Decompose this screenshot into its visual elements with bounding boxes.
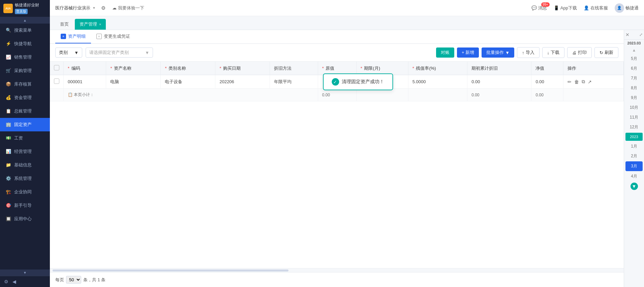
category-filter[interactable]: 类别 ▼ bbox=[55, 47, 82, 58]
online-service-button[interactable]: 👤 在线客服 bbox=[584, 5, 608, 11]
timeline-month-4[interactable]: 4月 bbox=[624, 171, 644, 181]
sidebar-item-finance[interactable]: 💰 资金管理 bbox=[0, 91, 50, 104]
content-area: ≡ 资产明细 ≡ 变更生成凭证 类别 ▼ 请选择固定资产类别 ▼ bbox=[50, 30, 624, 287]
header-category: * 类别名称 bbox=[161, 62, 215, 75]
select-all-checkbox[interactable] bbox=[54, 65, 59, 70]
ops-icon: 📊 bbox=[5, 149, 11, 155]
import-button[interactable]: ↑ 导入 bbox=[517, 47, 540, 58]
import-icon: ↑ bbox=[522, 50, 524, 55]
company-selector[interactable]: 医疗器械行业演示 ▼ bbox=[55, 5, 96, 11]
header-operations: 操作 bbox=[563, 62, 623, 75]
sidebar-item-fixed-assets[interactable]: 🏢 固定资产 bbox=[0, 118, 50, 131]
sidebar-item-basic-info[interactable]: 📁 基础信息 bbox=[0, 158, 50, 172]
right-panel-expand-button[interactable]: ⤢ bbox=[639, 32, 643, 37]
add-button[interactable]: + 新增 bbox=[457, 47, 479, 58]
timeline-scroll-down[interactable]: ▼ bbox=[629, 181, 639, 191]
collapse-icon[interactable]: ◀ bbox=[12, 279, 16, 284]
more-icon[interactable]: ↗ bbox=[588, 79, 592, 85]
refresh-button[interactable]: ↻ 刷新 bbox=[594, 47, 618, 58]
timeline-month-1[interactable]: 1月 bbox=[624, 141, 644, 151]
inner-tab-change-voucher[interactable]: ≡ 变更生成凭证 bbox=[91, 30, 135, 43]
settings-icon[interactable]: ⚙ bbox=[4, 279, 8, 284]
timeline-month-2[interactable]: 2月 bbox=[624, 151, 644, 161]
sidebar-item-label: 固定资产 bbox=[14, 122, 32, 128]
notifications-button[interactable]: 💬 消息 99+ bbox=[531, 5, 547, 11]
row-category: 电子设备 bbox=[161, 75, 215, 89]
timeline-year-2023[interactable]: 2023 bbox=[625, 133, 643, 141]
print-button[interactable]: 🖨 打印 bbox=[567, 47, 592, 58]
tab-asset-management[interactable]: 资产管理 × bbox=[75, 19, 106, 30]
sidebar-scroll-down[interactable]: ▼ bbox=[0, 269, 50, 276]
sidebar-item-guide[interactable]: 🎯 新手引导 bbox=[0, 199, 50, 212]
table-header-row: * 编码 * 资产名称 * 类别名称 bbox=[50, 62, 624, 75]
timeline-scroll-up[interactable]: ▲ bbox=[631, 46, 638, 54]
sidebar-item-system[interactable]: ⚙️ 系统管理 bbox=[0, 172, 50, 185]
batch-operations-button[interactable]: 批量操作 ▼ bbox=[482, 47, 514, 58]
filter-input-arrow: ▼ bbox=[145, 50, 149, 55]
sidebar-item-quick-nav[interactable]: ⚡ 快捷导航 bbox=[0, 37, 50, 51]
row-checkbox[interactable] bbox=[54, 78, 59, 84]
timeline-month-10[interactable]: 10月 bbox=[624, 103, 644, 113]
toolbar-right: 对账 + 新增 批量操作 ▼ ↑ 导入 ↓ 下载 🖨 bbox=[436, 47, 618, 58]
subtotal-accumulated: 0.00 bbox=[467, 89, 531, 101]
sidebar-item-enterprise[interactable]: 🏗️ 企业协同 bbox=[0, 185, 50, 199]
horizontal-scrollbar[interactable] bbox=[50, 268, 624, 272]
sidebar-item-purchase[interactable]: 🛒 采购管理 bbox=[0, 64, 50, 77]
right-panel-year: 2023.03 bbox=[627, 40, 641, 46]
right-panel-close-button[interactable]: ✕ bbox=[625, 32, 630, 37]
scrollbar-thumb[interactable] bbox=[53, 269, 288, 272]
right-panel: ✕ ⤢ 2023.03 ▲ 5月 6月 7月 8月 9月 10月 11月 12月… bbox=[624, 30, 644, 287]
sidebar-item-app-center[interactable]: 🔲 应用中心 bbox=[0, 212, 50, 226]
app-center-icon: 🔲 bbox=[5, 216, 11, 222]
timeline-month-7[interactable]: 7月 bbox=[624, 73, 644, 83]
row-accumulated-depreciation: 0.00 bbox=[467, 75, 531, 89]
sidebar-item-sales[interactable]: 📈 销售管理 bbox=[0, 51, 50, 64]
reconcile-button[interactable]: 对账 bbox=[436, 47, 454, 58]
sidebar-item-ledger[interactable]: 📋 总账管理 bbox=[0, 104, 50, 118]
toolbar: 类别 ▼ 请选择固定资产类别 ▼ 对账 + 新增 批量操作 ▼ ↑ bbox=[50, 44, 624, 62]
row-depreciation-method: 年限平均 bbox=[270, 75, 318, 89]
app-download-button[interactable]: 📱 App下载 bbox=[554, 5, 577, 11]
copy-icon[interactable]: ⧉ bbox=[582, 79, 585, 85]
delete-icon[interactable]: 🗑 bbox=[574, 79, 579, 85]
timeline-down-circle[interactable]: ▼ bbox=[631, 183, 638, 190]
success-check-icon: ✓ bbox=[332, 78, 339, 86]
timeline-month-6[interactable]: 6月 bbox=[624, 64, 644, 73]
download-button[interactable]: ↓ 下载 bbox=[542, 47, 565, 58]
guide-icon: 🎯 bbox=[5, 202, 11, 209]
per-page-select[interactable]: 50 bbox=[66, 276, 81, 284]
inner-tab-asset-detail[interactable]: ≡ 资产明细 bbox=[55, 30, 91, 43]
category-input[interactable]: 请选择固定资产类别 ▼ bbox=[86, 47, 153, 58]
fixed-assets-icon: 🏢 bbox=[5, 122, 11, 128]
inventory-icon: 📦 bbox=[5, 81, 11, 87]
user-menu[interactable]: 👤 畅捷通 bbox=[615, 3, 639, 13]
purchase-icon: 🛒 bbox=[5, 68, 11, 74]
sidebar-item-ops[interactable]: 📊 经营管理 bbox=[0, 145, 50, 158]
timeline-month-3[interactable]: 3月 bbox=[625, 161, 643, 171]
row-residual-rate: 5.0000 bbox=[408, 75, 467, 89]
refresh-icon: ↻ bbox=[600, 50, 603, 55]
tab-close-button[interactable]: × bbox=[99, 22, 101, 26]
sidebar-item-inventory[interactable]: 📦 库存核算 bbox=[0, 77, 50, 91]
timeline-month-5[interactable]: 5月 bbox=[624, 54, 644, 64]
header-original-value: * 原值 bbox=[318, 62, 356, 75]
sidebar-item-label: 总账管理 bbox=[14, 108, 32, 114]
settings-gear-icon[interactable]: ⚙ bbox=[101, 5, 105, 11]
timeline-month-8[interactable]: 8月 bbox=[624, 83, 644, 93]
sidebar-item-label: 资金管理 bbox=[14, 95, 32, 101]
sidebar-item-label: 新手引导 bbox=[14, 202, 32, 209]
table-wrapper: ✓ 清理固定资产成功！ * 编码 bbox=[50, 62, 624, 268]
company-dropdown-arrow: ▼ bbox=[92, 6, 96, 10]
timeline-month-12[interactable]: 12月 bbox=[624, 122, 644, 132]
timeline-month-9[interactable]: 9月 bbox=[624, 93, 644, 103]
sidebar-item-payroll[interactable]: 💵 工资 bbox=[0, 131, 50, 145]
header-residual-rate: * 残值率(%) bbox=[408, 62, 467, 75]
tab-home[interactable]: 首页 bbox=[55, 19, 73, 30]
row-code: 000001 bbox=[64, 75, 106, 89]
sidebar-item-search[interactable]: 🔍 搜索菜单 bbox=[0, 24, 50, 37]
timeline-month-11[interactable]: 11月 bbox=[624, 113, 644, 122]
sidebar-scroll-up[interactable]: ▲ bbox=[0, 17, 50, 24]
edit-icon[interactable]: ✏ bbox=[568, 79, 572, 85]
experience-link[interactable]: ☁ 我要体验一下 bbox=[112, 5, 144, 11]
ledger-icon: 📋 bbox=[5, 108, 11, 114]
